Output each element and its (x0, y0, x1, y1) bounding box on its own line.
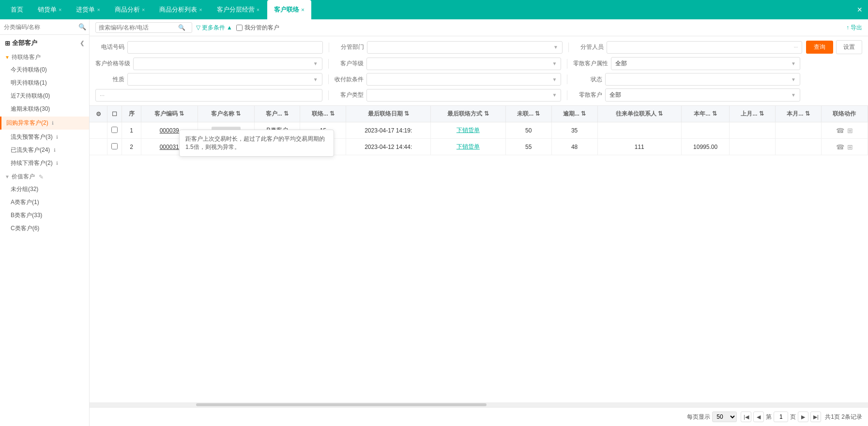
sidebar-item-overdue[interactable]: 逾期未联络(30) (0, 103, 89, 116)
payment-select[interactable]: ▼ (366, 73, 562, 86)
phone-action-icon[interactable]: ☎ (836, 127, 844, 134)
type-col-header[interactable]: 客户... ⇅ (254, 106, 300, 122)
this-year-col-header[interactable]: 本年... ⇅ (682, 106, 730, 122)
nav-item-customer-mgmt[interactable]: 客户分层经营 × (210, 0, 266, 19)
collapse-icon[interactable]: ❮ (80, 40, 84, 46)
no-contact-col-header[interactable]: 未联... ⇅ (505, 106, 551, 122)
this-month-col-header[interactable]: 本月... ⇅ (776, 106, 822, 122)
overdue-cell: 48 (551, 139, 597, 155)
sidebar-item-class-a[interactable]: A类客户(1) (0, 196, 89, 209)
row-checkbox[interactable] (111, 143, 118, 149)
scrollbar-thumb[interactable] (196, 403, 487, 406)
my-customers-check[interactable] (236, 25, 243, 31)
last-method-cell[interactable]: 下销货单 (431, 139, 506, 155)
contact-person-col-header[interactable]: 往来单位联系人 ⇅ (597, 106, 682, 122)
close-icon[interactable]: × (142, 7, 145, 13)
filter-search-input[interactable] (99, 24, 176, 31)
edit-icon[interactable]: ✎ (39, 174, 44, 180)
code-col-header[interactable]: 客户编码 ⇅ (141, 106, 198, 122)
more-icon: ··· (794, 44, 798, 50)
person-select[interactable]: ··· (607, 41, 802, 54)
last-method-col-header[interactable]: 最后联络方式 ⇅ (431, 106, 506, 122)
close-icon[interactable]: × (59, 7, 61, 13)
status-label: 状态 (573, 75, 602, 84)
contact-person-cell (597, 122, 682, 139)
close-icon[interactable]: × (199, 7, 202, 13)
next-page-button[interactable]: ▶ (798, 411, 808, 422)
more-button[interactable]: ··· (95, 89, 322, 102)
close-icon[interactable]: × (257, 7, 259, 13)
per-page-select[interactable]: 50 100 200 (712, 411, 737, 422)
more-conditions-button[interactable]: ▽ 更多条件 ▲ (196, 24, 232, 32)
nav-item-sales[interactable]: 销货单 × (31, 0, 68, 19)
checkbox-cell[interactable] (107, 122, 122, 139)
nav-item-purchase[interactable]: 进货单 × (69, 0, 107, 19)
last-page-button[interactable]: ▶| (810, 411, 821, 422)
scatter-attr-select[interactable]: 全部 ▼ (611, 57, 800, 70)
last-date-col-header[interactable]: 最后联络日期 ⇅ (346, 106, 431, 122)
query-button[interactable]: 查询 (806, 41, 833, 54)
grid-action-icon[interactable]: ⊞ (847, 143, 853, 151)
last-method-cell[interactable]: 下销货单 (431, 122, 506, 139)
search-icon[interactable]: 🔍 (178, 24, 185, 31)
export-button[interactable]: ↑ 导出 (846, 24, 862, 32)
horizontal-scrollbar[interactable] (90, 402, 868, 407)
search-icon[interactable]: 🔍 (78, 23, 86, 30)
nav-item-analysis[interactable]: 商品分析 × (108, 0, 152, 19)
name-col-header[interactable]: 客户名称 ⇅ (198, 106, 254, 122)
left-sidebar: 🔍 ⊞ 全部客户 ❮ ▼ 待联络客户 今天待联络(0) 明天待联络(1) (0, 19, 90, 426)
dept-select[interactable]: ▼ (367, 41, 563, 54)
first-page-button[interactable]: |◀ (741, 411, 751, 422)
bottom-bar: 每页显示 50 100 200 |◀ ◀ 第 页 ▶ ▶| 共1页 2条记录 (90, 407, 868, 426)
grid-action-icon[interactable]: ⊞ (847, 127, 853, 134)
settings-col-header[interactable]: ⚙ (90, 106, 107, 122)
triangle-icon: ▼ (5, 55, 10, 60)
sidebar-item-ungroup[interactable]: 未分组(32) (0, 183, 89, 196)
scatter-customer-select[interactable]: 全部 ▼ (605, 88, 800, 102)
page-input[interactable] (774, 411, 788, 422)
last-method-link[interactable]: 下销货单 (457, 143, 480, 150)
table-header-row: ⚙ ☐ 序 客户编码 ⇅ 客户名称 ⇅ 客户... ⇅ 联络... ⇅ 最后联络… (90, 106, 868, 122)
all-customers-header[interactable]: ⊞ 全部客户 ❮ (0, 35, 89, 50)
nav-item-home[interactable]: 首页 (4, 0, 30, 19)
nav-item-customer-contact[interactable]: 客户联络 × (267, 0, 311, 19)
sidebar-item-7days[interactable]: 近7天待联络(0) (0, 89, 89, 103)
close-icon[interactable]: × (97, 7, 100, 13)
sidebar-item-today[interactable]: 今天待联络(0) (0, 63, 89, 76)
phone-action-icon[interactable]: ☎ (836, 143, 844, 151)
sidebar-item-churned[interactable]: 已流失客户(24) ℹ (0, 144, 89, 157)
last-month-col-header[interactable]: 上月... ⇅ (730, 106, 776, 122)
status-select[interactable]: ▼ (605, 73, 800, 86)
sidebar-item-repurchase-abnormal[interactable]: 回购异常客户(2) ℹ (0, 117, 89, 130)
customer-type-select[interactable]: ▼ (366, 89, 562, 102)
sidebar-group-pending[interactable]: ▼ 待联络客户 (0, 50, 89, 63)
sidebar-item-class-b[interactable]: B类客户(33) (0, 209, 89, 222)
phone-input[interactable] (127, 41, 323, 54)
checkbox-cell[interactable] (107, 139, 122, 155)
nature-select[interactable]: ▼ (127, 73, 322, 86)
close-icon[interactable]: × (301, 7, 304, 13)
price-level-select[interactable]: ▼ (133, 58, 322, 70)
customer-level-select[interactable]: ▼ (366, 58, 562, 70)
sidebar-item-churn-warning[interactable]: 流失预警客户(3) ℹ (0, 131, 89, 144)
close-all-button[interactable]: × (857, 5, 862, 15)
overdue-col-header[interactable]: 逾期... ⇅ (551, 106, 597, 122)
contact-col-header[interactable]: 联络... ⇅ (300, 106, 346, 122)
checkbox-col-header[interactable]: ☐ (107, 106, 122, 122)
chevron-down-icon: ▼ (791, 92, 796, 98)
sidebar-item-tomorrow[interactable]: 明天待联络(1) (0, 76, 89, 89)
top-navigation: 首页 销货单 × 进货单 × 商品分析 × 商品分析列表 × 客户分层经营 × … (0, 0, 868, 19)
sidebar-search-input[interactable] (4, 24, 76, 30)
sidebar-item-class-c[interactable]: C类客户(6) (0, 222, 89, 235)
last-date-cell: 2023-04-17 14:19: (346, 122, 431, 139)
row-checkbox[interactable] (111, 127, 118, 133)
grid-icon: ⊞ (5, 40, 10, 47)
sidebar-item-declining[interactable]: 持续下滑客户(2) ℹ (0, 157, 89, 170)
customer-type-label: 客户类型 (335, 91, 364, 99)
nav-item-analysis-list[interactable]: 商品分析列表 × (152, 0, 209, 19)
last-method-link[interactable]: 下销货单 (457, 127, 480, 133)
sidebar-group-value[interactable]: ▼ 价值客户 ✎ (0, 170, 89, 183)
prev-page-button[interactable]: ◀ (753, 411, 764, 422)
my-customers-checkbox[interactable]: 我分管的客户 (236, 24, 279, 32)
settings-button[interactable]: 设置 (836, 40, 862, 54)
